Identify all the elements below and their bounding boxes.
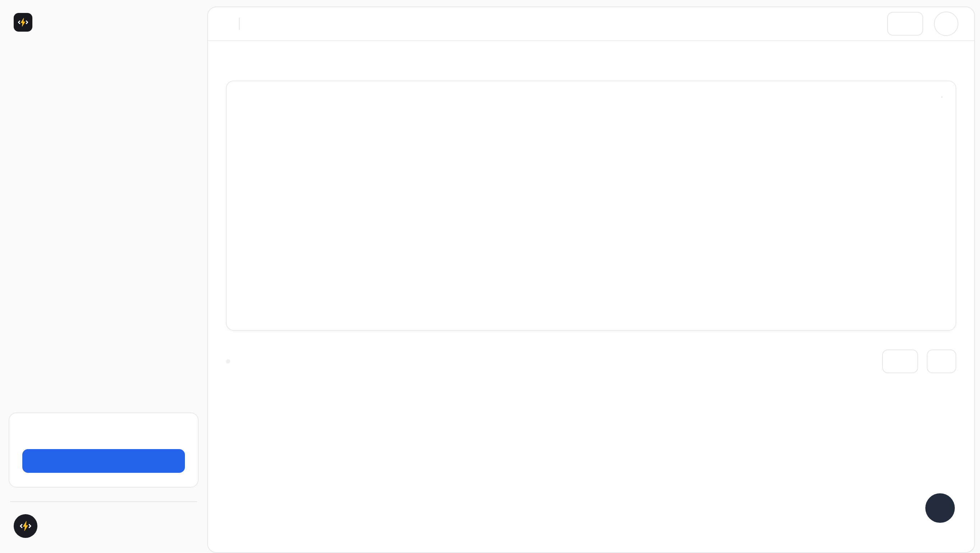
visitors-area-chart <box>247 117 943 297</box>
add-section-button[interactable] <box>927 350 956 373</box>
total-visitors-card <box>226 81 956 331</box>
header-divider <box>239 17 240 30</box>
user-menu[interactable] <box>9 511 199 541</box>
theme-toggle-button[interactable] <box>934 11 958 36</box>
panel-header <box>208 7 974 41</box>
screen-size-badge <box>925 493 955 523</box>
sidebar <box>0 0 207 553</box>
brand-zap-icon <box>14 13 32 32</box>
section-tab-group <box>226 359 230 364</box>
brand[interactable] <box>9 10 199 35</box>
sidebar-divider <box>10 501 197 502</box>
dashboard-content <box>208 41 974 552</box>
user-avatar-zap-icon <box>14 514 37 538</box>
app-root <box>0 0 980 553</box>
upgrade-card <box>9 412 199 488</box>
sidebar-toggle-button[interactable] <box>224 22 228 26</box>
upgrade-button[interactable] <box>22 449 185 473</box>
customize-columns-button[interactable] <box>882 350 918 373</box>
main-panel <box>207 6 975 553</box>
range-tab-group <box>941 96 943 98</box>
area-chart-svg <box>247 117 943 297</box>
bottom-bar <box>226 350 956 373</box>
theme-color-select[interactable] <box>887 12 923 36</box>
x-axis-ticks <box>247 301 943 316</box>
